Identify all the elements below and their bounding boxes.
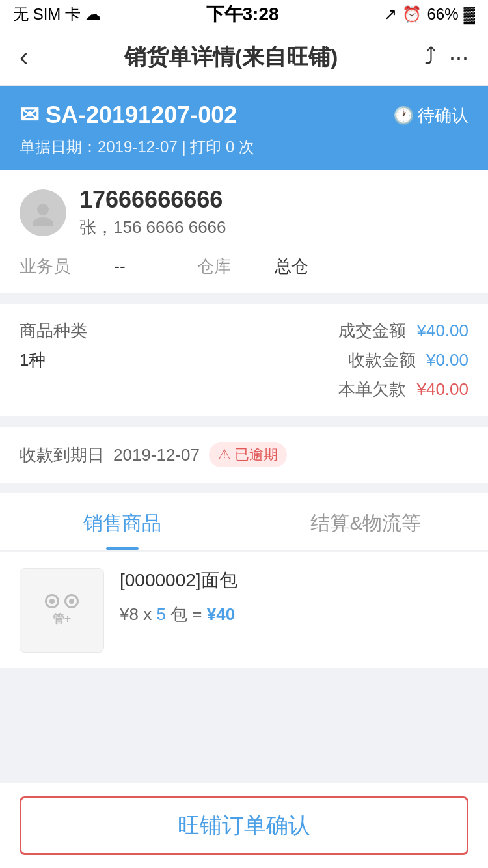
product-type-value: 1种 (20, 349, 87, 372)
summary-right: 成交金额 ¥40.00 收款金额 ¥0.00 本单欠款 ¥40.00 (338, 319, 468, 401)
warning-icon: ⚠ (218, 446, 231, 463)
price-unit: ¥8 (120, 604, 139, 624)
sales-value: -- (114, 256, 125, 277)
product-thumbnail: 管+ (20, 568, 104, 653)
order-status: 🕐 待确认 (393, 104, 468, 127)
more-icon[interactable]: ··· (449, 44, 468, 71)
transaction-amount-row: 成交金额 ¥40.00 (338, 319, 468, 342)
product-qty: 5 (156, 604, 165, 624)
svg-point-1 (33, 217, 53, 226)
order-header-top: ✉ SA-20191207-002 🕐 待确认 (20, 102, 468, 129)
transaction-amount-value: ¥40.00 (416, 321, 468, 341)
customer-phone: 17666666666 (79, 186, 226, 213)
tab-products[interactable]: 销售商品 (0, 493, 244, 550)
no-sim-text: 无 SIM 卡 ☁ (13, 4, 101, 25)
warehouse-value: 总仓 (275, 255, 308, 278)
owed-amount-label: 本单欠款 (338, 378, 406, 401)
received-amount-value: ¥0.00 (426, 350, 468, 370)
owl-eye-right (64, 594, 79, 608)
owed-amount-value: ¥40.00 (416, 379, 468, 400)
status-bar: 无 SIM 卡 ☁ 下午3:28 ↗ ⏰ 66% ▓ (0, 0, 488, 29)
owl-eyes (45, 594, 79, 608)
order-icon: ✉ (20, 102, 39, 129)
product-item: 管+ [0000002]面包 ¥8 x 5 包 = ¥40 (0, 552, 488, 668)
owed-amount-row: 本单欠款 ¥40.00 (338, 378, 468, 401)
owl-logo: 管+ (45, 594, 79, 627)
status-right: ↗ ⏰ 66% ▓ (384, 5, 475, 23)
customer-info: 17666666666 张，156 6666 6666 (79, 186, 226, 239)
equals-sign: = (192, 604, 206, 624)
status-left: 无 SIM 卡 ☁ (13, 4, 101, 25)
battery-icon: ▓ (463, 5, 475, 23)
customer-row: 业务员 -- 仓库 总仓 (20, 247, 468, 278)
back-button[interactable]: ‹ (20, 42, 59, 72)
product-price: ¥8 x 5 包 = ¥40 (120, 603, 468, 626)
product-info: [0000002]面包 ¥8 x 5 包 = ¥40 (120, 568, 468, 653)
sales-label: 业务员 (20, 255, 70, 278)
due-date-label: 收款到期日 (20, 444, 104, 467)
owl-eye-left (45, 594, 59, 608)
warehouse-label: 仓库 (197, 255, 231, 278)
nav-bar: ‹ 销货单详情(来自旺铺) ⤴ ··· (0, 29, 488, 86)
order-header: ✉ SA-20191207-002 🕐 待确认 单据日期：2019-12-07 … (0, 86, 488, 170)
owl-text: 管+ (53, 611, 72, 627)
customer-card: 17666666666 张，156 6666 6666 业务员 -- 仓库 总仓 (0, 170, 488, 293)
transaction-amount-label: 成交金额 (338, 319, 406, 342)
clock-icon: 🕐 (393, 105, 414, 126)
product-type-label: 商品种类 (20, 319, 87, 342)
battery-text: 66% (427, 5, 458, 23)
bottom-bar: 旺铺订单确认 (0, 783, 488, 868)
product-unit: 包 (170, 604, 187, 624)
customer-name: 张，156 6666 6666 (79, 216, 226, 239)
nav-actions: ⤴ ··· (403, 44, 468, 71)
received-amount-label: 收款金额 (348, 349, 416, 372)
due-date-value: 2019-12-07 (113, 445, 200, 465)
received-amount-row: 收款金额 ¥0.00 (348, 349, 468, 372)
overdue-badge: ⚠ 已逾期 (209, 442, 287, 467)
order-id: ✉ SA-20191207-002 (20, 102, 237, 129)
avatar (20, 189, 66, 236)
summary-card: 商品种类 1种 成交金额 ¥40.00 收款金额 ¥0.00 本单欠款 ¥40.… (0, 304, 488, 416)
product-total: ¥40 (207, 604, 235, 624)
confirm-order-button[interactable]: 旺铺订单确认 (20, 796, 468, 855)
svg-point-0 (37, 204, 49, 215)
summary-left: 商品种类 1种 (20, 319, 87, 372)
tab-settlement[interactable]: 结算&物流等 (244, 493, 488, 550)
tabs-container: 销售商品 结算&物流等 (0, 493, 488, 551)
overdue-text: 已逾期 (235, 445, 278, 465)
share-icon[interactable]: ⤴ (424, 44, 436, 71)
price-multiply: x (143, 604, 156, 624)
product-name: [0000002]面包 (120, 568, 468, 593)
page-title: 销货单详情(来自旺铺) (59, 42, 403, 72)
customer-top: 17666666666 张，156 6666 6666 (20, 186, 468, 239)
status-time: 下午3:28 (206, 2, 279, 27)
location-icon: ↗ (384, 5, 397, 23)
due-date-card: 收款到期日 2019-12-07 ⚠ 已逾期 (0, 427, 488, 483)
alarm-icon: ⏰ (402, 5, 422, 23)
order-date: 单据日期：2019-12-07 | 打印 0 次 (20, 137, 468, 157)
